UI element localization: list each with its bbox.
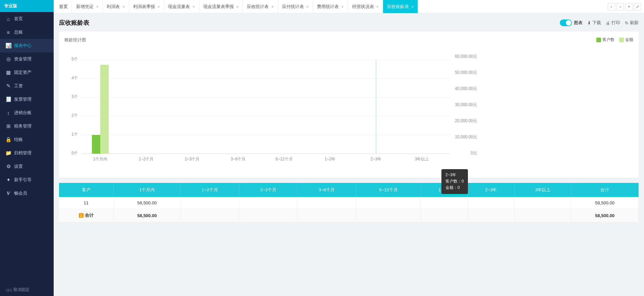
tab-cashflow-quarter-close[interactable]: × — [236, 5, 238, 9]
sidebar-item-guide[interactable]: ✦ 新手引导 — [0, 173, 54, 187]
download-label: 下载 — [592, 20, 601, 26]
sidebar-item-salary[interactable]: ✎ 工资 — [0, 79, 54, 93]
tab-cashflow-quarter-label: 现金流量表季报 — [203, 4, 234, 10]
tooltip-amount: 金额：0 — [445, 185, 464, 191]
sidebar-item-archive[interactable]: 📁 归档管理 — [0, 146, 54, 160]
total-m2-3 — [239, 209, 298, 222]
page-header: 应收账龄表 图表 ⬇ 下载 🖨 打印 ↻ 刷新 — [59, 19, 639, 27]
tab-business-stat[interactable]: 经营状况表 × — [348, 0, 383, 13]
chart-svg: 0个 1个 2个 3个 4个 5个 0元 10,000.00元 20,000.0… — [64, 47, 480, 171]
svg-text:6~12个月: 6~12个月 — [275, 157, 292, 161]
svg-text:3个: 3个 — [71, 94, 78, 99]
cell-y2-3 — [468, 197, 514, 209]
tab-home-label: 首页 — [59, 4, 68, 10]
tab-profit-quarter-close[interactable]: × — [158, 5, 160, 9]
sidebar-item-tax[interactable]: ⊞ 税务管理 — [0, 119, 54, 133]
toggle-track[interactable] — [560, 19, 572, 26]
total-y2-3 — [468, 209, 514, 222]
tab-business-stat-close[interactable]: × — [377, 5, 379, 9]
print-button[interactable]: 🖨 打印 — [606, 20, 620, 26]
sidebar-label-funds: 资金管理 — [14, 56, 32, 62]
sidebar-item-member[interactable]: V 畅会员 — [0, 187, 54, 200]
sidebar-item-closing[interactable]: 🔒 结账 — [0, 133, 54, 146]
legend-customer-count: 客户数 — [596, 37, 614, 43]
tab-expense-stat[interactable]: 费用统计表 × — [313, 0, 348, 13]
svg-text:0元: 0元 — [471, 151, 477, 155]
tab-expense-stat-close[interactable]: × — [341, 5, 343, 9]
refresh-button[interactable]: ↻ 刷新 — [625, 20, 639, 26]
sidebar-label-tax: 税务管理 — [14, 123, 32, 129]
bar-m1-count — [92, 135, 100, 154]
tab-receivable-stat-close[interactable]: × — [271, 5, 273, 9]
tax-icon: ⊞ — [5, 123, 11, 129]
tab-profit[interactable]: 利润表 × — [103, 0, 129, 13]
col-m3-6: 3~6个月 — [298, 183, 356, 197]
tab-payable-stat[interactable]: 应付统计表 × — [278, 0, 313, 13]
sidebar-label-settings: 设置 — [14, 163, 23, 169]
sidebar-item-inventory[interactable]: ↕ 进销台账 — [0, 106, 54, 119]
col-m2-3: 2~3个月 — [239, 183, 298, 197]
svg-text:1~2个月: 1~2个月 — [139, 157, 154, 161]
settings-icon: ⚙ — [5, 163, 11, 169]
tab-payable-stat-close[interactable]: × — [307, 5, 309, 9]
sidebar-label-archive: 归档管理 — [14, 150, 32, 156]
total-label-wrapper: ∑ 合计 — [62, 212, 111, 218]
tab-cashflow[interactable]: 现金流量表 × — [164, 0, 199, 13]
svg-text:50,000.00元: 50,000.00元 — [455, 70, 477, 75]
total-y3plus — [515, 209, 571, 222]
tab-navigation: ‹ › × ⤢ — [608, 3, 643, 10]
download-button[interactable]: ⬇ 下载 — [587, 20, 601, 26]
tooltip-customer-count: 客户数：0 — [445, 178, 464, 185]
sidebar-item-reports[interactable]: 📊 报表中心 — [0, 39, 54, 52]
tab-profit-quarter[interactable]: 利润表季报 × — [129, 0, 164, 13]
tab-cashflow-quarter[interactable]: 现金流量表季报 × — [199, 0, 243, 13]
chart-svg-wrapper: 0个 1个 2个 3个 4个 5个 0元 10,000.00元 20,000.0… — [64, 47, 633, 172]
tab-voucher[interactable]: 新增凭证 × — [72, 0, 103, 13]
tab-business-stat-label: 经营状况表 — [352, 4, 374, 10]
tab-aging-close[interactable]: × — [412, 5, 414, 9]
sidebar-item-settings[interactable]: ⚙ 设置 — [0, 160, 54, 173]
sidebar-item-invoice[interactable]: 🧾 发票管理 — [0, 93, 54, 106]
toggle-label: 图表 — [574, 20, 583, 26]
sidebar-unpin[interactable]: ◁◁ 取消固定 — [0, 284, 54, 296]
sidebar-item-home[interactable]: ⌂ 首页 — [0, 12, 54, 26]
sidebar-item-funds[interactable]: ◎ 资金管理 — [0, 52, 54, 66]
svg-text:2~3年: 2~3年 — [371, 157, 381, 161]
svg-text:4个: 4个 — [71, 76, 78, 80]
salary-icon: ✎ — [5, 83, 11, 89]
tab-prev-button[interactable]: ‹ — [608, 3, 615, 10]
legend-customer-count-label: 客户数 — [602, 37, 614, 43]
total-m6-12 — [356, 209, 421, 222]
legend-amount-box — [619, 38, 624, 42]
tab-home[interactable]: 首页 — [55, 0, 72, 13]
svg-text:10,000.00元: 10,000.00元 — [455, 135, 477, 139]
chart-toggle[interactable]: 图表 — [560, 19, 583, 26]
unpin-icon: ◁◁ — [5, 288, 11, 292]
sidebar-label-member: 畅会员 — [14, 190, 27, 196]
tab-fullscreen-button[interactable]: ⤢ — [634, 3, 641, 10]
chart-legend: 客户数 金额 — [596, 37, 633, 43]
tab-cashflow-close[interactable]: × — [193, 5, 195, 9]
tab-receivable-stat[interactable]: 应收统计表 × — [243, 0, 278, 13]
sidebar-item-assets[interactable]: ▦ 固定资产 — [0, 66, 54, 79]
page-content: 应收账龄表 图表 ⬇ 下载 🖨 打印 ↻ 刷新 — [54, 13, 644, 296]
tab-voucher-close[interactable]: × — [96, 5, 98, 9]
svg-text:5个: 5个 — [71, 57, 78, 61]
guide-icon: ✦ — [5, 177, 11, 183]
sidebar-item-ledger[interactable]: ≡ 总账 — [0, 26, 54, 39]
tab-profit-close[interactable]: × — [122, 5, 124, 9]
col-y2-3: 2~3年 — [468, 183, 514, 197]
sidebar-label-guide: 新手引导 — [14, 177, 32, 183]
col-y3plus: 3年以上 — [515, 183, 571, 197]
total-icon: ∑ — [79, 213, 84, 218]
legend-amount: 金额 — [619, 37, 633, 43]
tab-next-button[interactable]: › — [616, 3, 624, 10]
invoice-icon: 🧾 — [5, 96, 11, 102]
inventory-icon: ↕ — [5, 110, 11, 116]
col-m1: 1个月内 — [113, 183, 180, 197]
tab-aging[interactable]: 应收账龄表 × — [383, 0, 418, 13]
tab-close-all-button[interactable]: × — [625, 3, 633, 10]
cell-total: 58,500.00 — [571, 197, 639, 209]
unpin-label: 取消固定 — [13, 287, 30, 293]
col-total: 合计 — [571, 183, 639, 197]
